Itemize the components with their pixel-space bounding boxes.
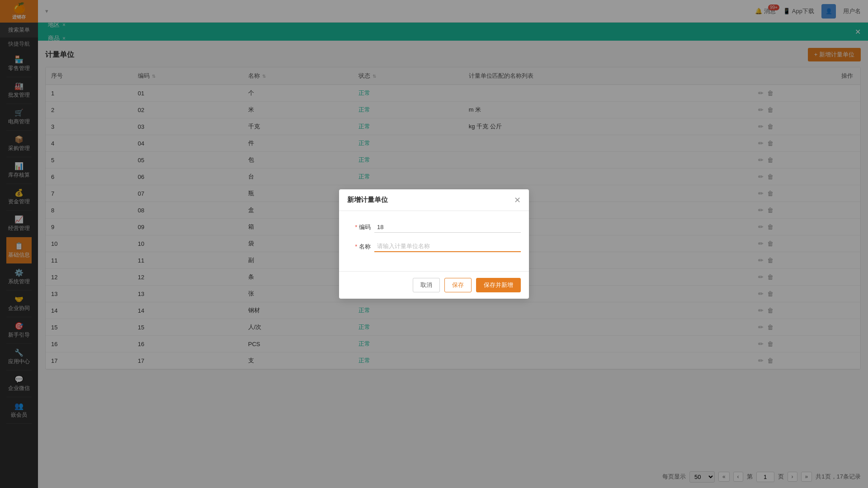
- form-code-row: * 编码: [347, 222, 521, 233]
- modal-footer: 取消 保存 保存并新增: [339, 271, 529, 299]
- modal-overlay[interactable]: 新增计量单位 ✕ * 编码 * 名称 取消 保存 保存并新增: [0, 0, 868, 488]
- modal-title: 新增计量单位: [347, 196, 388, 204]
- code-required-mark: *: [355, 224, 359, 230]
- add-unit-modal: 新增计量单位 ✕ * 编码 * 名称 取消 保存 保存并新增: [339, 189, 529, 299]
- modal-close-button[interactable]: ✕: [514, 196, 521, 204]
- modal-header: 新增计量单位 ✕: [339, 189, 529, 211]
- code-label: * 编码: [347, 223, 374, 231]
- save-continue-button[interactable]: 保存并新增: [476, 278, 521, 292]
- cancel-button[interactable]: 取消: [413, 278, 440, 292]
- save-button[interactable]: 保存: [444, 278, 472, 292]
- modal-body: * 编码 * 名称: [339, 211, 529, 271]
- name-input[interactable]: [374, 241, 521, 252]
- name-required-mark: *: [355, 243, 359, 250]
- form-name-row: * 名称: [347, 241, 521, 252]
- code-input[interactable]: [374, 222, 521, 233]
- name-label: * 名称: [347, 243, 374, 251]
